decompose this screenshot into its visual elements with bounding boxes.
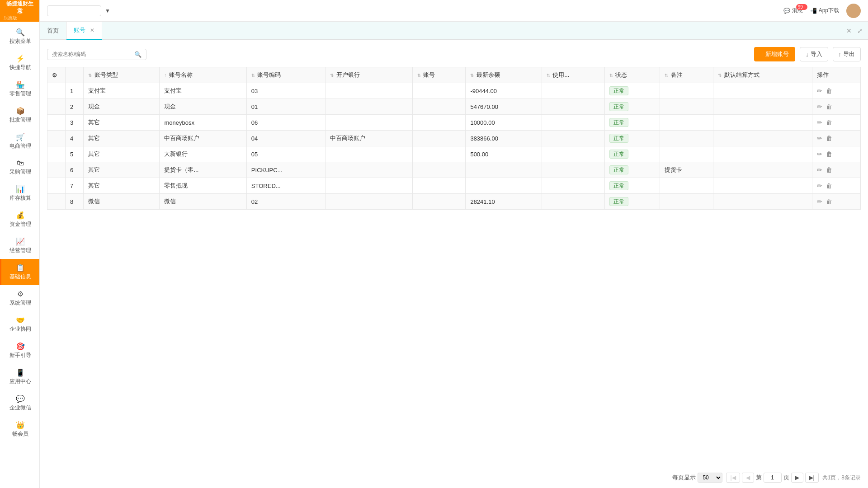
search-box[interactable]: 🔍 xyxy=(47,49,146,60)
sidebar-item-label: 搜索菜单 xyxy=(9,38,31,45)
col-name-label: 账号名称 xyxy=(169,71,193,78)
row-bank xyxy=(326,83,412,99)
message-badge: 99+ xyxy=(796,4,807,10)
delete-icon[interactable]: 🗑 xyxy=(826,182,832,189)
app-download-button[interactable]: 📲 App下载 xyxy=(810,7,839,14)
row-balance xyxy=(466,162,542,178)
sidebar-item-new-guide[interactable]: 🎯 新手引导 xyxy=(0,338,39,364)
row-code: 01 xyxy=(246,99,325,115)
sidebar-item-app-center[interactable]: 📱 应用中心 xyxy=(0,364,39,390)
col-settlement[interactable]: ⇅ 默认结算方式 xyxy=(713,67,812,83)
sidebar-item-wholesale-mgmt[interactable]: 📦 批发管理 xyxy=(0,102,39,128)
user-avatar[interactable] xyxy=(846,4,861,18)
export-icon: ↑ xyxy=(839,51,842,58)
col-account[interactable]: ⇅ 账号 xyxy=(412,67,466,83)
tab-close-icon[interactable]: ✕ xyxy=(90,27,94,33)
row-account xyxy=(412,83,466,99)
col-name[interactable]: ↑ 账号名称 xyxy=(160,67,246,83)
sidebar-item-operations-mgmt[interactable]: 📈 经营管理 xyxy=(0,233,39,259)
edit-icon[interactable]: ✏ xyxy=(817,150,822,158)
delete-icon[interactable]: 🗑 xyxy=(826,87,832,94)
guide-icon: 🎯 xyxy=(16,342,25,351)
page-word: 第 xyxy=(756,474,762,482)
edit-icon[interactable]: ✏ xyxy=(817,182,822,189)
tab-close-button[interactable]: ✕ xyxy=(844,26,854,35)
col-balance-label: 最新余额 xyxy=(476,71,500,78)
row-account xyxy=(412,162,466,178)
col-remark[interactable]: ⇅ 备注 xyxy=(660,67,713,83)
export-button[interactable]: ↑ 导出 xyxy=(833,47,861,61)
edit-icon[interactable]: ✏ xyxy=(817,135,822,142)
col-status[interactable]: ⇅ 状态 xyxy=(604,67,660,83)
accounts-table: ⚙ ⇅ 账号类型 ↑ 账号名称 ⇅ 账号编码 xyxy=(47,67,861,210)
sidebar-item-quick-nav[interactable]: ⚡ 快捷导航 xyxy=(0,50,39,76)
wechat-icon: 💬 xyxy=(16,394,25,403)
row-type: 现金 xyxy=(84,99,160,115)
table-row: 8 微信 微信 02 28241.10 正常 ✏ 🗑 xyxy=(47,194,861,210)
main-area: ▼ 💬 消息 99+ 📲 App下载 首页 账号 ✕ ✕ ⤢ xyxy=(40,0,868,488)
sidebar-item-basic-info[interactable]: 📋 基础信息 xyxy=(0,259,39,285)
sidebar-item-purchase-mgmt[interactable]: 🛍 采购管理 xyxy=(0,155,39,180)
sidebar-item-member[interactable]: 👑 畅会员 xyxy=(0,416,39,442)
delete-icon[interactable]: 🗑 xyxy=(826,119,832,126)
header-dropdown[interactable]: ▼ xyxy=(105,8,110,14)
edit-icon[interactable]: ✏ xyxy=(817,87,822,94)
table-row: 3 其它 moneybosx 06 10000.00 正常 ✏ 🗑 xyxy=(47,115,861,131)
edit-icon[interactable]: ✏ xyxy=(817,198,822,205)
table-row: 7 其它 零售抵现 STORED... 正常 ✏ 🗑 xyxy=(47,178,861,194)
col-type[interactable]: ⇅ 账号类型 xyxy=(84,67,160,83)
enterprise-icon: 🤝 xyxy=(16,316,25,324)
add-account-button[interactable]: + 新增账号 xyxy=(754,47,795,61)
delete-icon[interactable]: 🗑 xyxy=(826,150,832,158)
sidebar-item-label: 应用中心 xyxy=(9,378,31,385)
tab-maximize-button[interactable]: ⤢ xyxy=(855,26,864,35)
tab-home[interactable]: 首页 xyxy=(40,22,66,40)
delete-icon[interactable]: 🗑 xyxy=(826,135,832,142)
row-name: 提货卡（零... xyxy=(160,162,246,178)
dropdown-arrow-icon: ▼ xyxy=(105,8,110,14)
sidebar-item-enterprise-wechat[interactable]: 💬 企业微信 xyxy=(0,390,39,416)
last-page-button[interactable]: ▶| xyxy=(805,473,819,483)
row-type: 其它 xyxy=(84,146,160,162)
col-code[interactable]: ⇅ 账号编码 xyxy=(246,67,325,83)
delete-icon[interactable]: 🗑 xyxy=(826,198,832,205)
header-search-input[interactable] xyxy=(47,5,101,16)
row-settings xyxy=(47,162,66,178)
edit-icon[interactable]: ✏ xyxy=(817,103,822,110)
prev-page-button[interactable]: ◀ xyxy=(742,473,754,483)
sidebar-item-inventory[interactable]: 📊 库存核算 xyxy=(0,180,39,206)
sort-code-icon: ⇅ xyxy=(251,73,255,78)
edit-icon[interactable]: ✏ xyxy=(817,119,822,126)
row-name: 微信 xyxy=(160,194,246,210)
row-no: 1 xyxy=(66,83,84,99)
sidebar-item-system-mgmt[interactable]: ⚙ 系统管理 xyxy=(0,285,39,311)
status-badge: 正常 xyxy=(609,181,628,190)
col-bank[interactable]: ⇅ 开户银行 xyxy=(326,67,412,83)
row-settlement xyxy=(713,115,812,131)
row-usage xyxy=(542,115,604,131)
row-bank xyxy=(326,194,412,210)
edit-icon[interactable]: ✏ xyxy=(817,166,822,174)
tab-account[interactable]: 账号 ✕ xyxy=(66,22,102,40)
delete-icon[interactable]: 🗑 xyxy=(826,166,832,174)
col-balance[interactable]: ⇅ 最新余额 xyxy=(466,67,542,83)
settings-icon[interactable]: ⚙ xyxy=(52,72,57,79)
row-settings xyxy=(47,131,66,146)
status-badge: 正常 xyxy=(609,165,628,174)
current-page-input[interactable] xyxy=(764,473,782,483)
import-button[interactable]: ↓ 导入 xyxy=(800,47,828,61)
page-size-select[interactable]: 50 100 200 xyxy=(698,473,722,483)
search-input[interactable] xyxy=(52,51,132,57)
first-page-button[interactable]: |◀ xyxy=(726,473,740,483)
row-account xyxy=(412,146,466,162)
delete-icon[interactable]: 🗑 xyxy=(826,103,832,110)
sidebar-item-retail-mgmt[interactable]: 🏪 零售管理 xyxy=(0,76,39,102)
sidebar-item-finance-mgmt[interactable]: 💰 资金管理 xyxy=(0,206,39,233)
sidebar-item-enterprise-agreement[interactable]: 🤝 企业协同 xyxy=(0,311,39,338)
col-usage[interactable]: ⇅ 使用... xyxy=(542,67,604,83)
next-page-button[interactable]: ▶ xyxy=(791,473,803,483)
sort-bank-icon: ⇅ xyxy=(330,73,334,78)
message-button[interactable]: 💬 消息 99+ xyxy=(783,7,803,14)
sidebar-item-search-menu[interactable]: 🔍 搜索菜单 xyxy=(0,23,39,50)
sidebar-item-ecommerce-mgmt[interactable]: 🛒 电商管理 xyxy=(0,128,39,155)
